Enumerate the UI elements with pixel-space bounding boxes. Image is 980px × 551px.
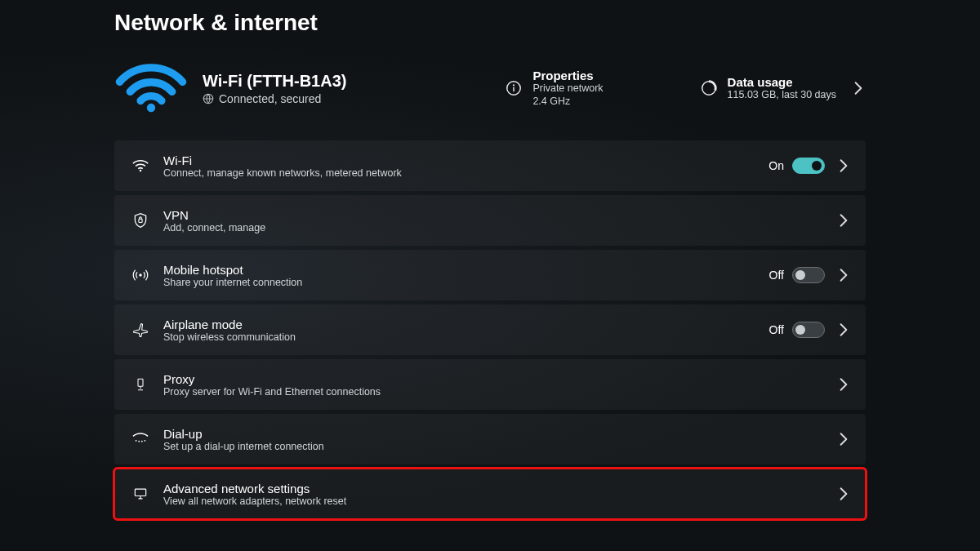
airplane-state-label: Off [769, 323, 784, 336]
svg-point-6 [140, 170, 142, 172]
chevron-right-icon [836, 487, 851, 501]
row-airplane-sub: Stop wireless communication [163, 331, 296, 343]
page-title: Network & internet [114, 10, 866, 36]
chevron-right-icon [836, 158, 851, 173]
row-wifi-title: Wi-Fi [163, 153, 402, 167]
dialup-icon [129, 432, 152, 447]
svg-rect-7 [139, 219, 142, 222]
shield-lock-icon [129, 212, 152, 229]
connection-state: Connected, secured [219, 92, 321, 105]
hotspot-toggle[interactable] [792, 267, 825, 283]
row-proxy-title: Proxy [163, 372, 381, 386]
svg-point-13 [145, 440, 146, 442]
wifi-icon [129, 159, 152, 172]
row-vpn-title: VPN [163, 208, 265, 222]
proxy-icon [129, 376, 152, 393]
row-dialup-title: Dial-up [163, 427, 324, 441]
row-dialup-sub: Set up a dial-up internet connection [163, 441, 324, 452]
chevron-right-icon [836, 213, 851, 228]
svg-point-3 [513, 84, 514, 86]
svg-point-0 [147, 104, 155, 112]
wifi-hero-icon [114, 64, 188, 113]
chevron-right-icon [851, 81, 866, 96]
datausage-title: Data usage [728, 75, 836, 89]
row-dialup[interactable]: Dial-up Set up a dial-up internet connec… [114, 414, 866, 464]
svg-point-12 [141, 441, 143, 442]
wifi-toggle[interactable] [792, 158, 825, 174]
svg-point-8 [139, 273, 141, 276]
row-vpn[interactable]: VPN Add, connect, manage [114, 195, 866, 246]
wifi-state-label: On [768, 159, 784, 172]
connection-status: Wi-Fi (FTTH-B1A3) Connected, secured Pro… [114, 59, 866, 118]
row-vpn-sub: Add, connect, manage [163, 222, 265, 233]
row-advanced-sub: View all network adapters, network reset [163, 495, 346, 507]
svg-point-11 [138, 441, 140, 442]
chevron-right-icon [836, 322, 851, 337]
row-proxy[interactable]: Proxy Proxy server for Wi-Fi and Etherne… [114, 359, 866, 410]
properties-quicklink[interactable]: Properties Private network 2.4 GHz [505, 69, 603, 108]
row-hotspot-sub: Share your internet connection [163, 277, 302, 288]
data-usage-icon [700, 79, 718, 97]
row-hotspot-title: Mobile hotspot [163, 263, 302, 277]
info-icon [505, 79, 523, 97]
datausage-quicklink[interactable]: Data usage 115.03 GB, last 30 days [700, 75, 866, 102]
properties-line1: Private network [532, 82, 603, 96]
globe-icon [203, 93, 214, 104]
svg-rect-14 [135, 489, 145, 495]
svg-rect-9 [138, 379, 143, 386]
chevron-right-icon [836, 432, 851, 447]
row-advanced-title: Advanced network settings [163, 482, 346, 495]
properties-line2: 2.4 GHz [532, 96, 603, 109]
row-wifi[interactable]: Wi-Fi Connect, manage known networks, me… [114, 140, 866, 191]
row-proxy-sub: Proxy server for Wi-Fi and Ethernet conn… [163, 386, 381, 398]
airplane-icon [129, 322, 152, 338]
chevron-right-icon [836, 377, 851, 392]
svg-rect-4 [514, 87, 514, 92]
connection-name: Wi-Fi (FTTH-B1A3) [203, 72, 346, 91]
datausage-line1: 115.03 GB, last 30 days [728, 89, 836, 102]
airplane-toggle[interactable] [792, 322, 825, 338]
row-airplane[interactable]: Airplane mode Stop wireless communicatio… [114, 304, 866, 355]
hotspot-state-label: Off [769, 269, 784, 282]
computer-network-icon [129, 486, 152, 502]
properties-title: Properties [532, 69, 603, 82]
chevron-right-icon [836, 268, 851, 282]
svg-point-10 [136, 440, 137, 442]
row-hotspot[interactable]: Mobile hotspot Share your internet conne… [114, 250, 866, 300]
row-wifi-sub: Connect, manage known networks, metered … [163, 167, 402, 179]
row-airplane-title: Airplane mode [163, 318, 296, 331]
row-advanced-network-settings[interactable]: Advanced network settings View all netwo… [114, 469, 866, 519]
hotspot-icon [129, 267, 152, 283]
